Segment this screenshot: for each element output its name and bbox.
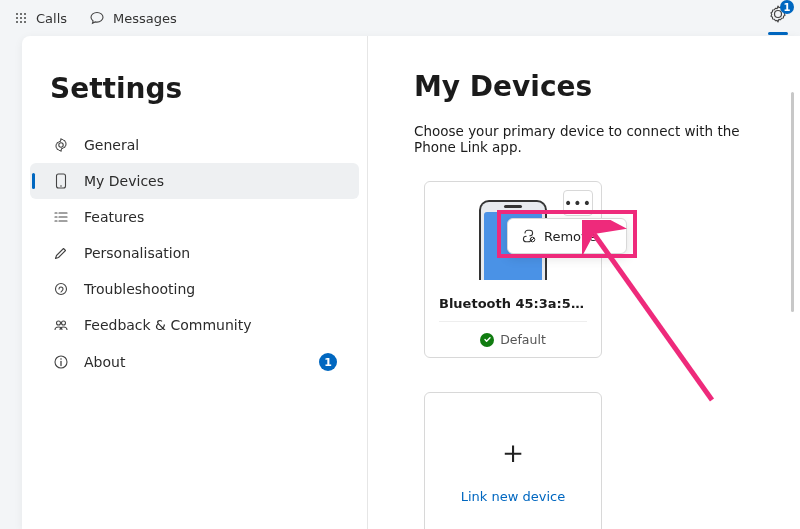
main-content: My Devices Choose your primary device to…	[368, 36, 800, 529]
nav-messages-label: Messages	[113, 11, 177, 26]
page-subtitle: Choose your primary device to connect wi…	[414, 123, 760, 155]
active-indicator	[768, 32, 788, 35]
sidebar-item-label: Troubleshooting	[84, 281, 195, 297]
remove-label: Remove	[544, 229, 597, 244]
svg-point-5	[24, 17, 26, 19]
sidebar: Settings General My Devices Features Per…	[22, 36, 368, 529]
sidebar-item-label: My Devices	[84, 173, 164, 189]
nav-calls[interactable]: Calls	[14, 11, 67, 26]
settings-badge: 1	[780, 0, 794, 14]
plus-icon: ＋	[497, 431, 529, 475]
sidebar-item-label: Features	[84, 209, 144, 225]
page-title: My Devices	[414, 70, 760, 103]
sidebar-item-feedback[interactable]: Feedback & Community	[30, 307, 359, 343]
top-bar: Calls Messages 1	[0, 0, 800, 36]
svg-point-9	[59, 143, 63, 147]
gear-icon	[52, 137, 70, 153]
svg-point-3	[16, 17, 18, 19]
nav-calls-label: Calls	[36, 11, 67, 26]
svg-point-4	[20, 17, 22, 19]
scrollbar[interactable]	[791, 92, 794, 312]
sidebar-item-label: General	[84, 137, 139, 153]
sidebar-item-features[interactable]: Features	[30, 199, 359, 235]
svg-point-6	[16, 21, 18, 23]
sidebar-item-label: Personalisation	[84, 245, 190, 261]
list-icon	[52, 209, 70, 225]
remove-menu-item[interactable]: Remove	[507, 218, 627, 254]
svg-point-14	[62, 321, 66, 325]
sidebar-title: Settings	[22, 54, 367, 127]
phone-icon	[52, 173, 70, 189]
link-new-device-label: Link new device	[461, 489, 565, 504]
link-new-device-card[interactable]: ＋ Link new device	[424, 392, 602, 529]
sidebar-nav: General My Devices Features Personalisat…	[22, 127, 367, 381]
device-name: Bluetooth 45:3a:59:f5:3…	[439, 296, 587, 311]
svg-point-11	[60, 185, 62, 187]
sidebar-item-about[interactable]: About 1	[30, 343, 359, 381]
device-status: Default	[439, 321, 587, 347]
settings-button[interactable]: 1	[768, 4, 788, 35]
svg-point-0	[16, 13, 18, 15]
svg-point-7	[20, 21, 22, 23]
pencil-icon	[52, 245, 70, 261]
chat-icon	[89, 10, 105, 26]
device-status-label: Default	[500, 332, 546, 347]
unlink-icon	[520, 229, 536, 243]
people-icon	[52, 317, 70, 333]
sidebar-item-my-devices[interactable]: My Devices	[30, 163, 359, 199]
svg-point-12	[56, 284, 67, 295]
sidebar-item-badge: 1	[319, 353, 337, 371]
sidebar-item-general[interactable]: General	[30, 127, 359, 163]
device-card[interactable]: ••• Bluetooth 45:3a:59:f5:3… Default Rem…	[424, 181, 602, 358]
sidebar-item-personalisation[interactable]: Personalisation	[30, 235, 359, 271]
sidebar-item-label: Feedback & Community	[84, 317, 252, 333]
nav-messages[interactable]: Messages	[89, 10, 177, 26]
svg-line-18	[594, 234, 712, 400]
info-icon	[52, 354, 70, 370]
main-panel: Settings General My Devices Features Per…	[22, 36, 800, 529]
dialpad-icon	[14, 11, 28, 25]
svg-point-1	[20, 13, 22, 15]
troubleshoot-icon	[52, 281, 70, 297]
sidebar-item-label: About	[84, 354, 125, 370]
sidebar-item-troubleshooting[interactable]: Troubleshooting	[30, 271, 359, 307]
svg-point-13	[57, 321, 61, 325]
svg-point-16	[60, 358, 62, 360]
svg-point-8	[24, 21, 26, 23]
svg-point-2	[24, 13, 26, 15]
device-more-button[interactable]: •••	[563, 190, 593, 216]
check-icon	[480, 333, 494, 347]
